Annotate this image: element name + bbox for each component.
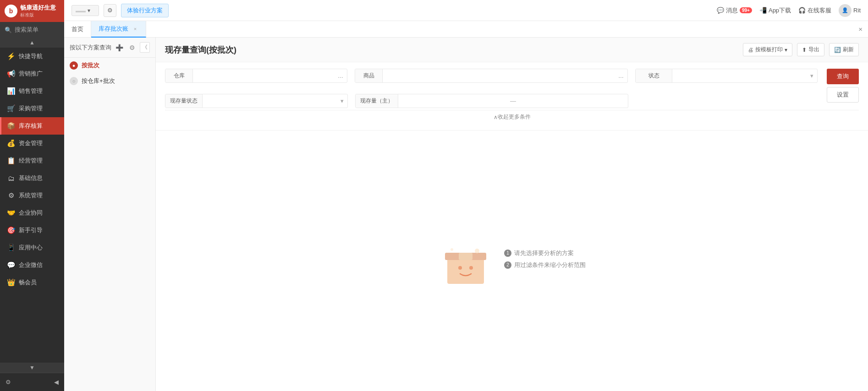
scroll-up-btn[interactable]: ▲ [0, 38, 64, 48]
sidebar-item-label: 资金管理 [19, 139, 43, 147]
tab-close-icon[interactable]: × [132, 26, 138, 32]
tip-num-2: 2 [504, 261, 511, 269]
print-label: 按模板打印 [755, 46, 783, 54]
page-title: 现存量查询(按批次) [165, 44, 236, 55]
sidebar-item-label: 畅会员 [19, 278, 37, 287]
right-panel: 现存量查询(按批次) 🖨 按模板打印 ▾ ⬆ 导出 🔄 刷新 [156, 38, 868, 391]
warehouse-more-btn[interactable]: … [334, 70, 347, 82]
sidebar-item-marketing[interactable]: 📢 营销推广 [0, 65, 64, 82]
svg-point-4 [469, 266, 473, 270]
inventory-qty-label: 现存量（主） [356, 94, 398, 108]
sidebar-item-app-center[interactable]: 📱 应用中心 [0, 239, 64, 256]
scroll-down-btn[interactable]: ▼ [0, 363, 64, 373]
sidebar-item-inventory[interactable]: 📦 库存核算 [0, 117, 64, 135]
topbar-dropdown[interactable]: ▬▬ ▾ [71, 5, 99, 16]
product-input[interactable] [383, 70, 615, 82]
scheme-item-by-batch[interactable]: ● 按批次 [64, 58, 155, 73]
business-icon: 📋 [7, 157, 15, 165]
sidebar-item-enterprise[interactable]: 🤝 企业协同 [0, 204, 64, 222]
sidebar-item-member[interactable]: 👑 畅会员 [0, 274, 64, 291]
sidebar-item-label: 新手引导 [19, 226, 43, 234]
filter-row-2: 现存量状态 ▾ 现存量（主） — [165, 94, 818, 108]
sidebar-item-label: 快捷导航 [19, 52, 43, 60]
inventory-qty-min[interactable] [398, 95, 506, 107]
tabs-bar: 首页 库存批次账 × × [64, 21, 868, 38]
sidebar-item-label: 库存核算 [19, 122, 43, 130]
product-more-btn[interactable]: … [615, 70, 627, 82]
search-icon: 🔍 [5, 27, 12, 33]
print-btn[interactable]: 🖨 按模板打印 ▾ [743, 43, 792, 56]
gear-icon: ⚙ [107, 7, 113, 14]
status-value [672, 73, 807, 79]
tab-home[interactable]: 首页 [64, 21, 91, 38]
search-menu[interactable]: 🔍 搜索菜单 [0, 22, 64, 38]
inventory-qty-max[interactable] [520, 95, 628, 107]
sidebar-item-sales[interactable]: 📊 销售管理 [0, 82, 64, 100]
username-label: Rit [853, 7, 861, 14]
system-icon: ⚙ [7, 191, 15, 200]
export-btn[interactable]: ⬆ 导出 [797, 43, 824, 56]
refresh-icon: 🔄 [834, 47, 841, 53]
sidebar-item-quick-nav[interactable]: ⚡ 快捷导航 [0, 48, 64, 65]
empty-state: 1 请先选择要分析的方案 2 用过滤条件来缩小分析范围 [156, 130, 868, 391]
status-field[interactable]: 状态 ▾ [635, 69, 818, 83]
scheme-item-by-warehouse-batch[interactable]: ○ 按仓库+批次 [64, 73, 155, 89]
print-arrow-icon: ▾ [785, 47, 787, 53]
newbie-icon: 🎯 [7, 226, 15, 234]
sidebar-item-business[interactable]: 📋 经营管理 [0, 152, 64, 169]
filter-area: 仓库 … 商品 … 状态 [156, 62, 868, 130]
scheme-icon-active: ● [70, 61, 78, 70]
download-icon: 📲 [759, 7, 767, 14]
status-arrow-icon[interactable]: ▾ [807, 70, 817, 82]
content-area: 按以下方案查询 ➕ ⚙ 《 ● 按批次 ○ 按仓库+批次 现存量查询(按批次) [64, 38, 868, 391]
quick-nav-icon: ⚡ [7, 52, 15, 60]
panel-close-btn[interactable]: × [853, 25, 868, 33]
message-btn[interactable]: 💬 消息 99+ [717, 6, 752, 15]
app-download-btn[interactable]: 📲 App下载 [759, 6, 791, 15]
settings-scheme-btn[interactable]: ⚙ [127, 43, 137, 53]
main-area: ▬▬ ▾ ⚙ 体验行业方案 💬 消息 99+ 📲 App下载 🎧 在线客服 [64, 0, 868, 391]
topbar-gear-btn[interactable]: ⚙ [104, 4, 116, 17]
settings-icon-btn[interactable]: ⚙ [4, 377, 13, 387]
inventory-icon: 📦 [7, 122, 15, 130]
user-profile-btn[interactable]: 👤 Rit [839, 4, 861, 17]
collapse-label: 收起更多条件 [498, 113, 531, 121]
trial-btn[interactable]: 体验行业方案 [121, 4, 169, 17]
collapse-more-btn[interactable]: ∧ 收起更多条件 [165, 110, 859, 124]
basic-icon: 🗂 [7, 174, 15, 182]
query-btn[interactable]: 查询 [827, 69, 859, 84]
sidebar-item-newbie[interactable]: 🎯 新手引导 [0, 222, 64, 239]
wechat-icon: 💬 [7, 261, 15, 269]
app-download-label: App下载 [769, 6, 791, 15]
sidebar-item-system[interactable]: ⚙ 系统管理 [0, 187, 64, 204]
add-scheme-btn[interactable]: ➕ [114, 43, 124, 53]
finance-icon: 💰 [7, 139, 15, 147]
sidebar-item-purchase[interactable]: 🛒 采购管理 [0, 100, 64, 117]
sidebar: b 畅康通好生意 标准版 🔍 搜索菜单 ▲ ⚡ 快捷导航 📢 营销推广 📊 销售… [0, 0, 64, 391]
scheme-label: 按仓库+批次 [82, 77, 115, 85]
refresh-btn[interactable]: 🔄 刷新 [829, 43, 859, 56]
inventory-qty-field[interactable]: 现存量（主） — [355, 94, 629, 108]
filter-settings-btn[interactable]: 设置 [827, 87, 859, 103]
tip-num-1: 1 [504, 250, 511, 257]
tab-home-label: 首页 [71, 25, 83, 33]
dropdown-label: ▬▬ [76, 8, 86, 13]
sidebar-item-basic[interactable]: 🗂 基础信息 [0, 169, 64, 187]
sidebar-item-wechat[interactable]: 💬 企业微信 [0, 256, 64, 274]
tip-text-1: 请先选择要分析的方案 [514, 249, 574, 257]
collapse-sidebar-btn[interactable]: ◀ [52, 377, 60, 387]
tab-inventory-batch-label: 库存批次账 [99, 25, 128, 33]
warehouse-input[interactable] [193, 70, 334, 82]
message-label: 消息 [726, 6, 738, 15]
print-icon: 🖨 [748, 47, 753, 53]
tab-inventory-batch[interactable]: 库存批次账 × [91, 21, 146, 38]
inventory-status-field[interactable]: 现存量状态 ▾ [165, 94, 348, 108]
topbar-left: ▬▬ ▾ ⚙ 体验行业方案 [71, 4, 169, 17]
warehouse-field[interactable]: 仓库 … [165, 69, 347, 83]
sidebar-item-finance[interactable]: 💰 资金管理 [0, 135, 64, 152]
online-service-btn[interactable]: 🎧 在线客服 [798, 6, 831, 15]
marketing-icon: 📢 [7, 70, 15, 78]
collapse-left-panel-btn[interactable]: 《 [140, 42, 150, 53]
product-field[interactable]: 商品 … [355, 69, 628, 83]
inventory-status-arrow-icon[interactable]: ▾ [337, 95, 347, 107]
